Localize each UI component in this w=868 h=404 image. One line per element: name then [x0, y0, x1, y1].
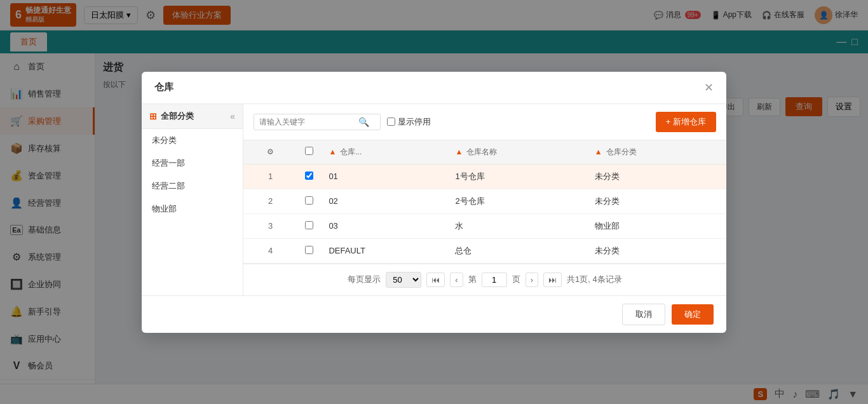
next-page-button[interactable]: ›	[526, 273, 538, 287]
th-code-label: 仓库...	[340, 147, 362, 158]
row-checkbox[interactable]	[305, 196, 313, 205]
last-page-button[interactable]: ⏭	[543, 273, 562, 287]
modal-sidebar: ⊞ 全部分类 « 未分类 经营一部 经营二部 物业部	[142, 104, 243, 295]
row-name: 1号仓库	[447, 164, 587, 189]
sidebar-category-property[interactable]: 物业部	[142, 198, 243, 220]
warehouse-table: ⚙ ▲ 仓库... ▲	[243, 140, 726, 264]
th-code: ▲ 仓库...	[321, 140, 447, 165]
row-checkbox-cell	[297, 164, 321, 189]
add-warehouse-button[interactable]: + 新增仓库	[656, 112, 716, 132]
row-checkbox-cell	[297, 189, 321, 213]
row-checkbox[interactable]	[305, 246, 313, 254]
row-code: 03	[321, 213, 447, 238]
table-row[interactable]: 4 DEFAULT 总仓 未分类	[243, 238, 726, 263]
modal-overlay[interactable]: 仓库 ✕ ⊞ 全部分类 « 未分类 经营一部 经营二部 物业部	[0, 0, 868, 404]
sidebar-category-operations1[interactable]: 经营一部	[142, 152, 243, 175]
modal-body: ⊞ 全部分类 « 未分类 经营一部 经营二部 物业部 🔍	[142, 104, 726, 295]
row-name: 总仓	[447, 238, 587, 263]
row-code: 02	[321, 189, 447, 213]
per-page-select[interactable]: 50 10 20 100	[386, 272, 421, 288]
sort-icon-code: ▲	[329, 147, 336, 156]
row-category: 未分类	[587, 164, 726, 189]
table-row[interactable]: 3 03 水 物业部	[243, 213, 726, 238]
table-header-row: ⚙ ▲ 仓库... ▲	[243, 140, 726, 165]
page-label: 第	[468, 274, 477, 285]
warehouse-modal: 仓库 ✕ ⊞ 全部分类 « 未分类 经营一部 经营二部 物业部	[142, 72, 726, 333]
row-code: DEFAULT	[321, 238, 447, 263]
modal-title: 仓库	[154, 81, 173, 93]
per-page-label: 每页显示	[348, 274, 381, 285]
row-checkbox[interactable]	[305, 172, 313, 180]
modal-toolbar: 🔍 显示停用 + 新增仓库	[243, 104, 726, 140]
search-box: 🔍	[254, 114, 381, 130]
th-checkbox	[297, 140, 321, 165]
page-number-input[interactable]	[482, 273, 507, 287]
th-name-label: 仓库名称	[466, 147, 497, 158]
row-code: 01	[321, 164, 447, 189]
all-categories-label: 全部分类	[161, 111, 194, 122]
cancel-button[interactable]: 取消	[622, 304, 665, 325]
show-disabled-text: 显示停用	[398, 116, 431, 128]
row-name: 水	[447, 213, 587, 238]
search-icon[interactable]: 🔍	[358, 117, 369, 127]
modal-sidebar-header: ⊞ 全部分类 «	[142, 104, 243, 129]
th-gear: ⚙	[243, 140, 297, 165]
row-num: 3	[243, 213, 297, 238]
th-name: ▲ 仓库名称	[447, 140, 587, 165]
row-category: 未分类	[587, 189, 726, 213]
sidebar-category-operations2[interactable]: 经营二部	[142, 175, 243, 198]
modal-pagination: 每页显示 50 10 20 100 ⏮ ‹ 第 页 › ⏭ 共1页, 4条记录	[243, 264, 726, 295]
row-num: 1	[243, 164, 297, 189]
table-body: 1 01 1号仓库 未分类 2 02 2号仓库	[243, 164, 726, 263]
table-row[interactable]: 2 02 2号仓库 未分类	[243, 189, 726, 213]
row-checkbox-cell	[297, 213, 321, 238]
modal-main: 🔍 显示停用 + 新增仓库 ⚙	[243, 104, 726, 295]
row-num: 4	[243, 238, 297, 263]
modal-header: 仓库 ✕	[142, 72, 726, 104]
all-categories[interactable]: ⊞ 全部分类	[149, 111, 194, 122]
modal-footer: 取消 确定	[142, 295, 726, 333]
search-input[interactable]	[259, 118, 355, 126]
sidebar-category-unclassified[interactable]: 未分类	[142, 129, 243, 152]
show-disabled-label[interactable]: 显示停用	[387, 116, 431, 128]
th-category: ▲ 仓库分类	[587, 140, 726, 165]
select-all-checkbox[interactable]	[305, 147, 313, 155]
row-name: 2号仓库	[447, 189, 587, 213]
th-category-label: 仓库分类	[606, 147, 637, 158]
prev-page-button[interactable]: ‹	[450, 273, 463, 287]
total-info: 共1页, 4条记录	[567, 274, 622, 285]
show-disabled-checkbox[interactable]	[387, 118, 395, 126]
sort-icon-category: ▲	[595, 147, 602, 156]
row-checkbox-cell	[297, 238, 321, 263]
page-unit: 页	[512, 274, 520, 285]
sort-icon-name: ▲	[455, 147, 463, 156]
row-category: 物业部	[587, 213, 726, 238]
modal-table: ⚙ ▲ 仓库... ▲	[243, 140, 726, 264]
row-num: 2	[243, 189, 297, 213]
confirm-button[interactable]: 确定	[672, 304, 714, 325]
first-page-button[interactable]: ⏮	[426, 273, 445, 287]
grid-icon: ⊞	[149, 111, 157, 121]
row-checkbox[interactable]	[305, 221, 313, 229]
row-category: 未分类	[587, 238, 726, 263]
modal-close-button[interactable]: ✕	[704, 81, 714, 95]
table-row[interactable]: 1 01 1号仓库 未分类	[243, 164, 726, 189]
collapse-button[interactable]: «	[230, 111, 235, 121]
